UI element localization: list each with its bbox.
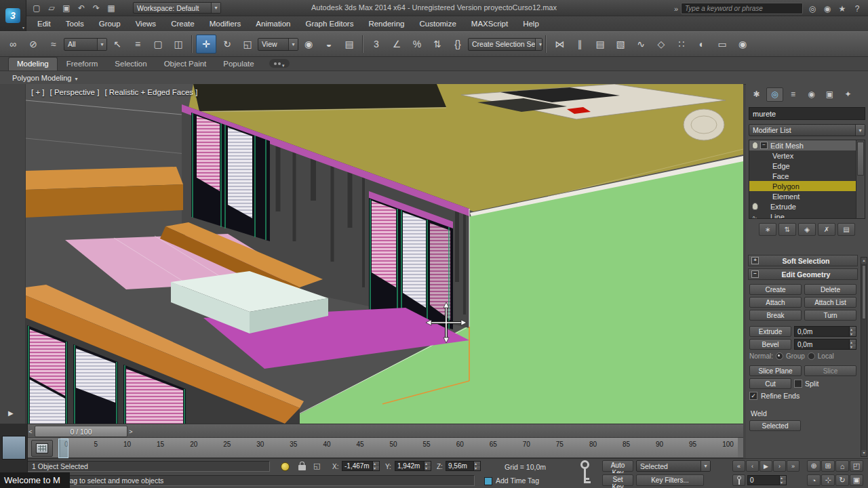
time-step-forward-button[interactable]: > (127, 426, 134, 436)
make-unique-button[interactable]: ◈ (798, 223, 816, 236)
maximize-viewport-icon[interactable]: ▣ (850, 474, 863, 486)
previous-frame-button[interactable]: ‹ (746, 460, 759, 472)
weld-selected-button[interactable]: Selected (749, 420, 801, 431)
x-coordinate-field[interactable]: -1,467m (342, 461, 380, 471)
edit-geometry-rollout[interactable]: Edit Geometry (748, 268, 858, 280)
add-time-tag-icon[interactable] (484, 477, 492, 485)
show-end-result-button[interactable]: ⇅ (778, 223, 796, 236)
visibility-bulb-icon[interactable] (752, 213, 758, 219)
attach-list-button[interactable]: Attach List (804, 297, 856, 308)
pan-icon[interactable]: ⊹ (821, 474, 835, 486)
extrude-amount-field[interactable]: 0,0m (794, 326, 856, 337)
max-logo-button[interactable] (0, 0, 26, 31)
zoom-all-icon[interactable]: ⊞ (821, 460, 835, 472)
play-button[interactable]: ▶ (760, 460, 772, 472)
schematic-view-icon[interactable]: ◇ (652, 35, 671, 53)
menu-item[interactable]: Modifiers (202, 16, 249, 31)
menu-item[interactable]: MAXScript (464, 16, 515, 31)
y-coordinate-field[interactable]: 1,942m (395, 461, 431, 471)
delete-button[interactable]: Delete (804, 284, 856, 295)
search-input[interactable] (681, 3, 803, 14)
rendered-frame-icon[interactable]: ▭ (713, 35, 732, 53)
stack-item[interactable]: Polygon (749, 181, 856, 191)
refine-ends-checkbox[interactable] (749, 392, 757, 400)
ribbon-config-icon[interactable] (269, 59, 290, 68)
x-spinner[interactable] (372, 462, 379, 470)
menu-item[interactable]: Rendering (361, 16, 412, 31)
scroll-down-icon[interactable] (861, 450, 867, 456)
normal-local-radio[interactable] (808, 352, 815, 360)
bevel-spinner[interactable] (849, 340, 856, 349)
modifier-stack[interactable]: Edit Mesh Vertex Edge Face (749, 140, 865, 219)
edit-named-selection-sets-icon[interactable]: {} (448, 35, 467, 53)
soft-selection-rollout[interactable]: Soft Selection (748, 255, 858, 266)
selection-lock-icon[interactable] (298, 465, 306, 470)
menu-item[interactable]: Edit (30, 16, 58, 31)
viewport-general-menu[interactable]: [ + ] (31, 88, 45, 96)
object-name-field[interactable]: murete (749, 107, 865, 120)
select-object-icon[interactable]: ↖ (108, 35, 127, 53)
stack-item[interactable]: Face (749, 171, 856, 181)
field-of-view-icon[interactable]: ◔ (807, 474, 821, 486)
track-bar[interactable]: 0510152025303540455055606570758085909510… (26, 438, 743, 458)
reference-coordinate-dropdown[interactable]: View (258, 38, 298, 51)
ribbon-tab[interactable]: Object Paint (156, 57, 215, 70)
menu-item[interactable]: Group (92, 16, 128, 31)
layer-manager-icon[interactable]: ▤ (591, 35, 610, 53)
zoom-icon[interactable]: ⊕ (807, 460, 821, 472)
expand-arrow-icon[interactable] (8, 409, 14, 417)
snaps-toggle-icon[interactable]: 3 (367, 35, 386, 53)
stack-item[interactable]: Line (749, 211, 856, 219)
graphite-toggle-icon[interactable]: ▧ (611, 35, 630, 53)
render-setup-icon[interactable]: ◐ (692, 35, 711, 53)
remove-modifier-button[interactable]: ✗ (818, 223, 835, 236)
favorites-icon[interactable]: ★ (835, 2, 849, 15)
zoom-region-icon[interactable]: ◰ (850, 460, 863, 472)
attach-button[interactable]: Attach (749, 297, 802, 308)
undo-icon[interactable]: ↶ (75, 1, 88, 14)
keyboard-override-icon[interactable]: ▤ (340, 35, 359, 53)
next-frame-button[interactable]: › (773, 460, 786, 472)
window-crossing-icon[interactable]: ◫ (169, 35, 188, 53)
workspace-dropdown[interactable]: Workspace: Default (133, 2, 221, 14)
create-tab[interactable]: ✱ (748, 87, 765, 102)
z-spinner[interactable] (473, 462, 480, 470)
use-pivot-center-icon[interactable]: ◉ (299, 35, 318, 53)
turn-button[interactable]: Turn (804, 310, 856, 321)
menu-item[interactable]: Customize (412, 16, 463, 31)
extrude-button[interactable]: Extrude (749, 326, 791, 337)
configure-modifier-sets-button[interactable]: ▤ (837, 223, 855, 236)
current-frame-marker[interactable] (58, 439, 68, 458)
ribbon-tab[interactable]: Modeling (8, 57, 58, 70)
named-selection-set-dropdown[interactable]: Create Selection Se (468, 38, 542, 51)
orbit-icon[interactable]: ↻ (835, 474, 849, 486)
percent-snap-icon[interactable]: % (408, 35, 427, 53)
go-to-start-button[interactable]: « (732, 460, 745, 472)
stack-scrollbar-thumb[interactable] (857, 142, 864, 176)
display-tab[interactable]: ▣ (821, 87, 838, 102)
stack-item[interactable]: Vertex (749, 150, 856, 161)
redo-icon[interactable]: ↷ (90, 1, 103, 14)
bevel-amount-field[interactable]: 0,0m (794, 339, 856, 350)
create-button[interactable]: Create (749, 284, 802, 295)
break-button[interactable]: Break (749, 310, 802, 321)
stack-scrollbar[interactable] (856, 140, 865, 218)
time-step-back-button[interactable]: < (27, 426, 34, 436)
menu-item[interactable]: Tools (58, 16, 92, 31)
bind-to-space-warp-icon[interactable]: ≈ (44, 35, 63, 53)
isolate-selection-icon[interactable] (281, 462, 290, 471)
select-and-link-icon[interactable]: ∞ (3, 35, 22, 53)
command-panel-scrollbar-thumb[interactable] (862, 265, 866, 319)
overflow-chevron-icon[interactable]: » (674, 5, 678, 13)
open-file-icon[interactable]: ▱ (45, 1, 58, 14)
mini-curve-editor-button[interactable] (31, 440, 53, 457)
frame-spinner[interactable] (779, 476, 786, 485)
add-time-tag[interactable]: Add Time Tag (496, 476, 539, 485)
timeline-ruler[interactable]: 0510152025303540455055606570758085909510… (60, 438, 738, 458)
set-key-big-icon[interactable] (578, 460, 593, 485)
utilities-tab[interactable]: ✦ (840, 87, 856, 102)
new-scene-icon[interactable]: ▢ (30, 1, 43, 14)
spinner-snap-icon[interactable]: ⇅ (428, 35, 447, 53)
auto-key-button[interactable]: Auto Key (602, 460, 633, 472)
menu-item[interactable]: Create (163, 16, 202, 31)
